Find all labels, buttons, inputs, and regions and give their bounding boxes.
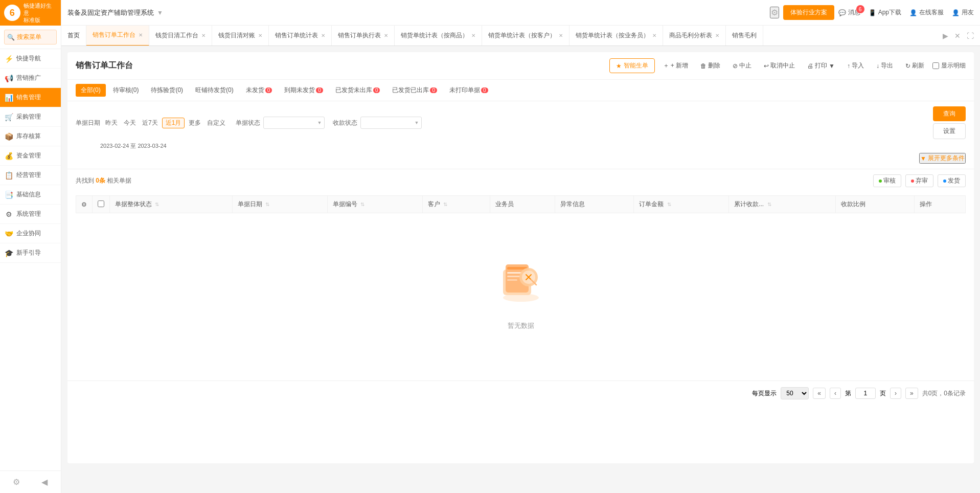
system-icon: ⚙ [4,210,13,218]
table-scroll-container[interactable]: ⚙ 单据整体状态 ⇅ 单据日期 [76,191,966,375]
batch-ship-button[interactable]: 发货 [938,174,966,187]
refresh-button[interactable]: ↻ 刷新 [901,59,928,73]
sidebar-settings-button[interactable]: ⚙ [4,475,29,489]
batch-approve-button[interactable]: 审核 [873,174,901,187]
sub-tab-wangpu[interactable]: 旺铺待发货(0) [190,84,239,97]
stop-button[interactable]: ⊘ 中止 [728,59,756,73]
per-page-select[interactable]: 50 100 200 [781,387,809,399]
message-button[interactable]: 💬 消息 6 [838,8,860,17]
show-detail-checkbox-label[interactable]: 显示明细 [932,61,966,70]
print-button[interactable]: 🖨 打印 ▼ [803,59,839,73]
last-page-button[interactable]: » [905,388,918,399]
tab-scroll-right-button[interactable]: ▶ [941,31,950,41]
delete-button[interactable]: 🗑 删除 [696,59,724,73]
th-number: 单据编号 ⇅ [327,196,422,213]
date-opt-yesterday[interactable]: 昨天 [103,118,120,128]
tab-fullscreen-button[interactable]: ⛶ [965,31,976,41]
tab-product-margin[interactable]: 商品毛利分析表 ✕ [663,26,726,46]
sub-tab-shipped-out[interactable]: 已发货已出库0 [387,84,442,97]
topbar: 装备及固定资产辅助管理系统 ▼ ⚙ 体验行业方案 💬 消息 6 📱 App下载 … [61,0,980,26]
tab-sales-stats-product[interactable]: 销货单统计表（按商品） ✕ [395,26,482,46]
ship-dot [943,180,946,183]
sub-tab-overdue-not-shipped[interactable]: 到期未发货0 [279,84,328,97]
tab-close-sales-stats[interactable]: ✕ [321,33,325,38]
tab-cash-daily[interactable]: 钱货日清工作台 ✕ [149,26,212,46]
expand-conditions-button[interactable]: ▼ 展开更多条件 [919,153,966,164]
sidebar-item-operations[interactable]: 📋 经营管理 [0,166,61,185]
prev-page-button[interactable]: ‹ [830,388,841,399]
date-opt-1month[interactable]: 近1月 [162,118,185,128]
sub-tab-all[interactable]: 全部(0) [76,84,106,97]
sub-tab-pending-inspect[interactable]: 待拣验货(0) [146,84,188,97]
system-dropdown-icon[interactable]: ▼ [157,9,163,16]
tab-close-cash-daily[interactable]: ✕ [201,33,206,38]
customer-sort-icon[interactable]: ⇅ [443,201,447,207]
collected-sort-icon[interactable]: ⇅ [767,201,771,207]
sidebar-item-marketing[interactable]: 📢 营销推广 [0,69,61,88]
tab-sales-order-exec[interactable]: 销售订单执行表 ✕ [332,26,395,46]
tab-sales-profit[interactable]: 销售毛利 [726,26,763,46]
search-menu-button[interactable]: 🔍 搜索菜单 [4,30,57,44]
cancel-stop-button[interactable]: ↩ 取消中止 [760,59,799,73]
smart-generate-button[interactable]: ★ 智能生单 [609,58,655,73]
tab-close-stats-salesperson[interactable]: ✕ [652,33,656,38]
sidebar-item-enterprise[interactable]: 🤝 企业协同 [0,224,61,243]
main-area: 装备及固定资产辅助管理系统 ▼ ⚙ 体验行业方案 💬 消息 6 📱 App下载 … [61,0,980,493]
th-collected: 累计收款... ⇅ [729,196,835,213]
sidebar-collapse-button[interactable]: ◀ [33,475,57,489]
tab-sales-stats-salesperson[interactable]: 销货单统计表（按业务员） ✕ [569,26,663,46]
sub-tab-not-shipped[interactable]: 未发货0 [241,84,278,97]
sidebar-item-purchase[interactable]: 🛒 采购管理 [0,107,61,127]
tab-close-stats-product[interactable]: ✕ [471,33,475,38]
tab-close-sales-exec[interactable]: ✕ [384,33,388,38]
tab-sales-order-stats[interactable]: 销售订单统计表 ✕ [269,26,332,46]
date-sort-icon[interactable]: ⇅ [265,201,269,207]
sidebar-item-system[interactable]: ⚙ 系统管理 [0,205,61,224]
batch-revoke-button[interactable]: 弃审 [905,174,933,187]
sidebar-item-guide[interactable]: 🎓 新手引导 [0,243,61,263]
export-button[interactable]: ↓ 导出 [872,59,897,73]
next-page-button[interactable]: › [890,388,901,399]
online-service-button[interactable]: 👤 在线客服 [909,8,944,17]
sidebar-item-inventory[interactable]: 📦 库存核算 [0,127,61,146]
set-button[interactable]: 设置 [933,123,966,139]
tab-close-stats-customer[interactable]: ✕ [559,33,563,38]
trial-button[interactable]: 体验行业方案 [783,5,834,20]
th-salesperson: 业务员 [490,196,555,213]
sub-tab-not-printed[interactable]: 未打印单据0 [444,84,493,97]
tab-sales-stats-customer[interactable]: 销货单统计表（按客户） ✕ [482,26,569,46]
app-download-button[interactable]: 📱 App下载 [869,8,901,17]
sidebar-item-quick-nav[interactable]: ⚡ 快捷导航 [0,49,61,69]
status-select[interactable] [263,117,325,129]
tab-sales-order-workspace[interactable]: 销售订单工作台 ✕ [86,26,149,46]
date-opt-7days[interactable]: 近7天 [140,118,160,128]
sub-tab-pending-review[interactable]: 待审核(0) [108,84,144,97]
sidebar-item-basic-info[interactable]: 📑 基础信息 [0,185,61,205]
topbar-settings-button[interactable]: ⚙ [770,7,779,18]
tab-close-sales-order[interactable]: ✕ [139,32,143,38]
select-all-checkbox[interactable] [98,200,104,207]
tab-close-margin[interactable]: ✕ [715,33,719,38]
sidebar-item-sales[interactable]: 📊 销售管理 [0,88,61,107]
date-opt-more[interactable]: 更多 [187,118,203,128]
tab-close-all-button[interactable]: ✕ [952,31,963,41]
tab-home[interactable]: 首页 [61,26,86,46]
sub-tab-shipped-not-out[interactable]: 已发货未出库0 [330,84,385,97]
tab-cash-reconcile[interactable]: 钱货日清对账 ✕ [212,26,269,46]
user-button[interactable]: 👤 用友 [952,8,974,17]
sidebar-item-finance[interactable]: 💰 资金管理 [0,146,61,166]
page-input[interactable] [855,388,876,399]
payment-select[interactable] [360,117,422,129]
tab-close-cash-reconcile[interactable]: ✕ [258,33,262,38]
status-sort-icon[interactable]: ⇅ [155,201,159,207]
show-detail-checkbox[interactable] [932,62,939,69]
amount-sort-icon[interactable]: ⇅ [667,201,671,207]
import-button[interactable]: ↑ 导入 [843,59,868,73]
date-opt-custom[interactable]: 自定义 [205,118,227,128]
first-page-button[interactable]: « [813,388,826,399]
query-button[interactable]: 查询 [933,106,966,121]
number-sort-icon[interactable]: ⇅ [360,201,364,207]
date-opt-today[interactable]: 今天 [122,118,138,128]
add-button[interactable]: ＋ + 新增 [659,59,692,73]
column-settings-icon[interactable]: ⚙ [81,201,87,208]
